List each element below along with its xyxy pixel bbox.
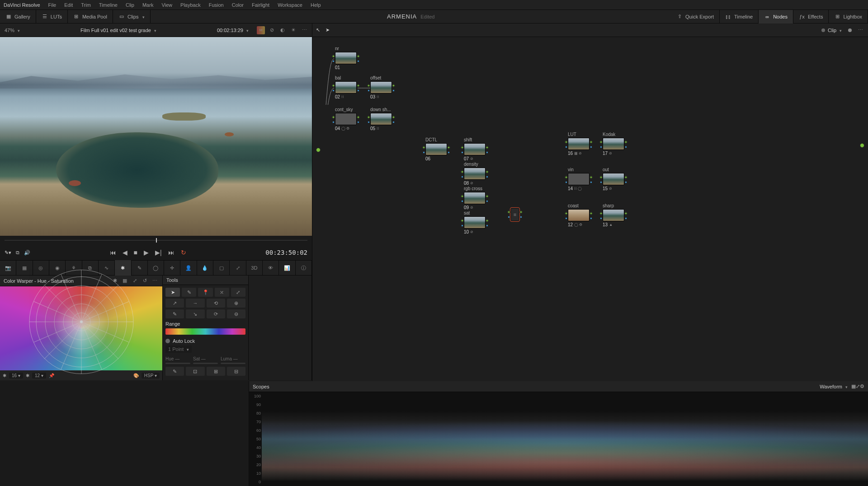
timecode-dropdown[interactable]: 00:02:13:29 — [212, 28, 253, 33]
cw-reset-icon[interactable]: ↺ — [141, 277, 149, 285]
scopes-mode-dropdown[interactable]: Waveform — [820, 384, 848, 389]
menu-view[interactable]: View — [161, 2, 172, 8]
node-thumb[interactable] — [568, 138, 590, 150]
more-icon[interactable]: ⋯ — [300, 26, 308, 34]
play-button[interactable]: ▶ — [144, 249, 149, 256]
scopes-expand-icon[interactable]: ⤢ — [856, 383, 860, 389]
ng-more-icon[interactable]: ⋯ — [856, 26, 864, 34]
first-frame-button[interactable]: ⏮ — [110, 249, 116, 256]
node-07[interactable]: shift07 ⊘ — [464, 137, 488, 161]
node-02[interactable]: bal02 ⁞⁞ — [335, 75, 359, 99]
menu-workspace[interactable]: Workspace — [278, 2, 302, 8]
tool-a3[interactable]: ⟲ — [207, 299, 225, 308]
nodes-button[interactable]: ∞Nodes — [759, 10, 793, 23]
color-warper-grid[interactable] — [0, 286, 162, 370]
pointer-tool-icon[interactable]: ↖ — [316, 27, 320, 33]
tool-b2[interactable]: ↘ — [186, 309, 204, 318]
graph-output[interactable] — [860, 143, 864, 148]
sat-slider[interactable] — [193, 363, 218, 364]
node-09[interactable]: rgb cross09 ⊘ — [464, 186, 488, 210]
tool-select[interactable]: ➤ — [165, 288, 180, 297]
timeline-button[interactable]: ⫿⫿Timeline — [720, 10, 759, 23]
menu-clip[interactable]: Clip — [126, 2, 134, 8]
node-thumb[interactable] — [370, 113, 392, 125]
autolock-toggle[interactable]: Auto Lock — [165, 338, 245, 344]
node-04[interactable]: cont_sky04 ◯ ⚙ — [335, 107, 359, 131]
node-thumb[interactable] — [603, 138, 624, 150]
tool-b1[interactable]: ✎ — [165, 309, 184, 318]
next-button[interactable]: ▶| — [155, 249, 162, 256]
node-thumb[interactable] — [568, 173, 590, 185]
node-01[interactable]: nr01 — [335, 46, 359, 70]
node-thumb[interactable] — [370, 81, 392, 93]
info-palette[interactable]: ⓘ — [296, 260, 312, 276]
zoom-dropdown[interactable]: 47% — [0, 28, 24, 33]
menu-playback[interactable]: Playback — [180, 2, 201, 8]
tool-a4[interactable]: ⊕ — [227, 299, 245, 308]
marker-icon[interactable]: M — [257, 26, 265, 34]
tool-pull[interactable]: ⤫ — [215, 288, 229, 297]
clip-name-dropdown[interactable]: Film Full v01 edit v02 test grade — [24, 28, 212, 33]
node-thumb[interactable] — [603, 209, 624, 221]
key-palette[interactable]: ▢ — [213, 260, 230, 276]
clips-button[interactable]: ▭Clips — [113, 10, 151, 23]
tracking-palette[interactable]: ✛ — [164, 260, 180, 276]
picker-icon[interactable]: ✎▾ — [5, 250, 11, 256]
menu-help[interactable]: Help — [311, 2, 321, 8]
split-icon[interactable]: ⧉ — [16, 250, 19, 256]
node-13[interactable]: sharp13 ▲ — [603, 203, 627, 227]
tool-b3[interactable]: ⟳ — [207, 309, 225, 318]
node-thumb[interactable] — [425, 143, 447, 155]
menu-trim[interactable]: Trim — [81, 2, 91, 8]
tool-a1[interactable]: ↗ — [165, 299, 184, 308]
hue-slider[interactable] — [165, 363, 190, 364]
menu-timeline[interactable]: Timeline — [99, 2, 118, 8]
tool-c3[interactable]: ⊞ — [207, 367, 225, 376]
node-12[interactable]: coast12 ◯ ⚙ — [568, 203, 592, 227]
tool-pin[interactable]: 📍 — [198, 288, 212, 297]
prev-button[interactable]: ◀ — [123, 249, 127, 256]
node-15[interactable]: out15 ⊘ — [603, 167, 627, 191]
node-05[interactable]: down sh...05 ⁞⁞ — [370, 107, 395, 131]
arrow-tool-icon[interactable]: ➤ — [326, 27, 330, 33]
node-thumb[interactable] — [603, 173, 624, 185]
range-slider[interactable] — [165, 328, 245, 335]
menu-fusion[interactable]: Fusion — [209, 2, 224, 8]
cw-mode-select[interactable]: HSP ▾ — [142, 373, 160, 379]
tool-a2[interactable]: → — [186, 299, 204, 308]
cw-more-icon[interactable]: ⋯ — [151, 277, 159, 285]
scopes-layout-icon[interactable]: ▦ — [851, 383, 856, 389]
camera-raw-palette[interactable]: 📷 — [0, 260, 16, 276]
playhead[interactable] — [156, 238, 157, 243]
menu-edit[interactable]: Edit — [64, 2, 73, 8]
tool-c1[interactable]: ✎ — [165, 367, 184, 376]
node-thumb[interactable] — [464, 143, 486, 155]
scopes-waveform[interactable]: 1009080706050403020100 — [249, 392, 868, 486]
cw-foot-icon1[interactable]: ✱ — [3, 373, 6, 378]
tool-c2[interactable]: ⊡ — [186, 367, 204, 376]
node-thumb[interactable] — [335, 52, 357, 64]
wipe-icon[interactable]: ◐ — [278, 26, 287, 34]
viewer[interactable] — [0, 37, 312, 236]
highlight-icon[interactable]: ☀ — [289, 26, 297, 34]
audio-icon[interactable]: 🔊 — [24, 250, 30, 256]
blur-palette[interactable]: 💧 — [197, 260, 213, 276]
menu-fairlight[interactable]: Fairlight — [252, 2, 269, 8]
node-thumb[interactable] — [335, 113, 357, 125]
node-thumb[interactable] — [568, 209, 590, 221]
node-thumb[interactable] — [464, 216, 486, 229]
keyframe-palette[interactable]: 👁 — [263, 260, 279, 276]
node-thumb[interactable]: ≡ — [510, 208, 519, 221]
node-06[interactable]: DCTL06 — [425, 137, 450, 161]
node-11[interactable]: ≡ — [510, 207, 525, 221]
node-thumb[interactable] — [464, 192, 486, 204]
graph-clip-dropdown[interactable]: Clip — [828, 28, 842, 33]
tool-expand[interactable]: ⤢ — [231, 288, 245, 297]
node-08[interactable]: density08 ⊘ — [464, 162, 488, 186]
node-03[interactable]: offset03 ⁞⁞ — [370, 75, 395, 99]
node-17[interactable]: Kodak17 ⊘ — [603, 132, 627, 156]
point-select[interactable]: 1 Point — [165, 346, 192, 353]
bypass-icon[interactable]: ⊘ — [268, 26, 276, 34]
menu-file[interactable]: File — [48, 2, 57, 8]
tool-draw[interactable]: ✎ — [182, 288, 196, 297]
